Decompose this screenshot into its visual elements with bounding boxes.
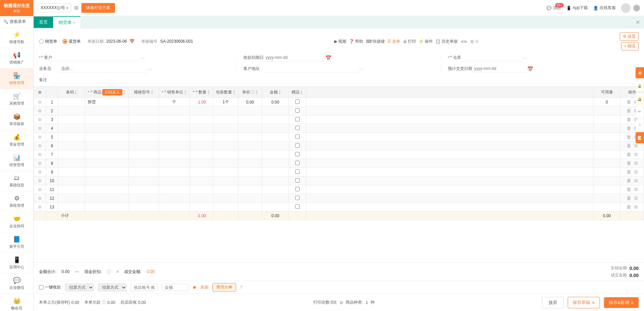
rfloat-item-6[interactable]: 📝 [636, 132, 644, 143]
payment-method-select[interactable]: 结算方式 [65, 283, 94, 291]
row-gift-checkbox[interactable] [295, 204, 300, 209]
row-spec-cell[interactable] [128, 150, 159, 159]
row-note-cell[interactable] [306, 194, 594, 203]
row-delete-button[interactable]: 🗑 [626, 108, 632, 113]
row-price-cell[interactable] [238, 185, 262, 194]
row-amount-cell[interactable] [262, 133, 289, 142]
tab-sale-order[interactable]: 销货单 × [53, 16, 80, 28]
row-amount-cell[interactable]: 0.00 [262, 98, 289, 107]
row-gift-checkbox[interactable] [295, 169, 300, 174]
expense-button[interactable]: 费用分摊 [213, 283, 236, 291]
user-avatar[interactable] [621, 3, 631, 13]
row-delete-button[interactable]: 🗑 [626, 187, 632, 192]
row-product-cell[interactable] [85, 185, 129, 194]
row-qty-cell[interactable] [190, 185, 213, 194]
row-copy-button[interactable]: ⧉ [633, 178, 639, 184]
qty-sort-down[interactable]: ▼ [207, 92, 210, 95]
row-qty-cell[interactable] [190, 107, 213, 115]
row-product-cell[interactable] [85, 159, 129, 168]
row-price-cell[interactable] [238, 194, 262, 203]
save-draft-button[interactable]: 保存草稿 ∧ [568, 297, 600, 308]
row-spec-cell[interactable] [128, 168, 159, 177]
row-gift-cell[interactable] [289, 150, 306, 159]
row-amount-cell[interactable] [262, 185, 289, 194]
row-gift-checkbox[interactable] [295, 196, 300, 200]
row-gift-checkbox[interactable] [295, 100, 300, 104]
row-unit-cell[interactable] [159, 159, 190, 168]
price-info-icon[interactable]: ⓘ [251, 89, 255, 95]
row-amount-cell[interactable] [262, 168, 289, 177]
row-pkg-cell[interactable] [213, 150, 238, 159]
rfloat-item-3[interactable]: 🔔 [636, 93, 644, 105]
row-gift-cell[interactable] [289, 142, 306, 150]
row-copy-button[interactable]: ⧉ [633, 169, 639, 175]
row-gift-cell[interactable] [289, 168, 306, 177]
row-barcode-cell[interactable] [58, 194, 85, 203]
row-product-cell[interactable] [85, 177, 129, 185]
customer-addr-more-icon[interactable]: ··· [358, 66, 365, 72]
row-barcode-cell[interactable] [58, 115, 85, 124]
amount-sort-down[interactable]: ▼ [278, 92, 281, 95]
row-pkg-cell[interactable] [213, 159, 238, 168]
row-price-cell[interactable] [238, 115, 262, 124]
sidebar-item-wechat[interactable]: 💬 企业微信 [0, 273, 33, 294]
unit-sort-down[interactable]: ▼ [184, 92, 187, 95]
row-product-cell[interactable] [85, 168, 129, 177]
notes-input[interactable] [52, 76, 639, 84]
sidebar-item-sales[interactable]: 🏪 销售管理 [0, 69, 33, 89]
receive-date-calendar-icon[interactable]: 📅 [324, 55, 333, 61]
row-pkg-cell[interactable] [213, 194, 238, 203]
row-product-cell[interactable] [85, 203, 129, 211]
row-barcode-cell[interactable] [58, 124, 85, 133]
payment-amount-input[interactable] [162, 284, 189, 291]
row-note-cell[interactable] [306, 159, 594, 168]
row-gift-cell[interactable] [289, 133, 306, 142]
action-shortcut[interactable]: ⌨ 快捷键 [366, 39, 385, 44]
discount-info-icon[interactable]: ⓘ [107, 269, 111, 275]
sidebar-item-shortcut[interactable]: ⚡ 快捷导航 [0, 28, 33, 48]
row-amount-cell[interactable] [262, 194, 289, 203]
row-spec-cell[interactable] [128, 107, 159, 115]
row-barcode-cell[interactable] [58, 150, 85, 159]
sidebar-item-appstore[interactable]: 📱 应用中心 [0, 253, 33, 273]
row-gift-checkbox[interactable] [295, 117, 300, 121]
row-qty-cell[interactable] [190, 203, 213, 211]
row-qty-cell[interactable] [190, 194, 213, 203]
row-pkg-cell[interactable] [213, 177, 238, 185]
row-pkg-cell[interactable] [213, 115, 238, 124]
row-note-cell[interactable] [306, 115, 594, 124]
message-button[interactable]: 💬 消息 99+ [546, 5, 561, 11]
window-close-icon[interactable]: ✕ [632, 17, 644, 27]
rfloat-item-1[interactable]: ▦ [636, 67, 644, 78]
row-barcode-cell[interactable] [58, 98, 85, 107]
row-barcode-cell[interactable] [58, 203, 85, 211]
row-gift-checkbox[interactable] [295, 152, 300, 156]
row-spec-cell[interactable] [128, 115, 159, 124]
row-amount-cell[interactable] [262, 115, 289, 124]
row-amount-cell[interactable] [262, 107, 289, 115]
row-copy-button[interactable]: ⧉ [633, 204, 639, 210]
row-settings-icon[interactable]: ⚙ [38, 179, 42, 183]
row-price-cell[interactable] [238, 203, 262, 211]
row-note-cell[interactable] [306, 177, 594, 185]
row-qty-cell[interactable] [190, 124, 213, 133]
pkg-sort-down[interactable]: ▼ [233, 92, 235, 95]
row-qty-cell[interactable] [190, 177, 213, 185]
payment-account-input[interactable] [131, 284, 158, 291]
row-note-cell[interactable] [306, 133, 594, 142]
sidebar-item-marketing[interactable]: 📢 营销推广 [0, 48, 33, 69]
row-gift-checkbox[interactable] [295, 134, 300, 139]
calendar-icon[interactable]: 📅 [129, 39, 135, 44]
row-settings-icon[interactable]: ⚙ [38, 117, 42, 122]
row-settings-icon[interactable]: ⚙ [38, 196, 42, 201]
col-settings-icon[interactable]: ⚙ [38, 90, 42, 95]
row-delete-button[interactable]: 🗑 [626, 134, 632, 140]
row-unit-cell[interactable] [159, 168, 190, 177]
row-gift-cell[interactable] [289, 98, 306, 107]
action-operate[interactable]: ⚡ 操作 [419, 39, 433, 44]
row-settings-icon[interactable]: ⚙ [38, 126, 42, 131]
action-choose[interactable]: ☰ 选单 [387, 39, 400, 44]
row-settings-icon[interactable]: ⚙ [38, 187, 42, 192]
row-pkg-cell[interactable] [213, 142, 238, 150]
row-product-cell[interactable] [85, 115, 129, 124]
